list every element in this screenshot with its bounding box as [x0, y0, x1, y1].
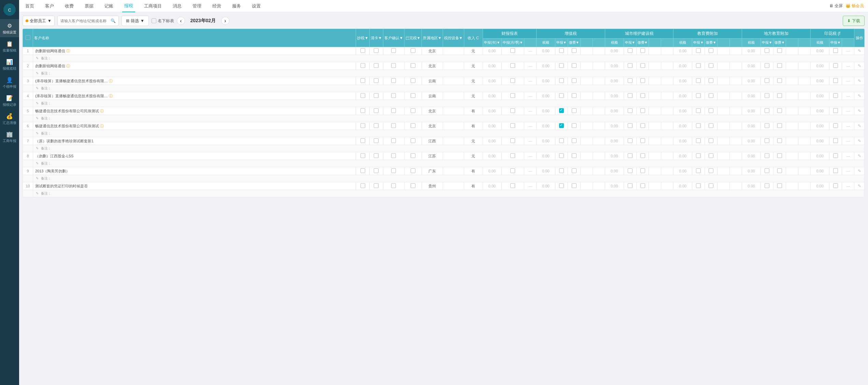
chengshi-jiaofei-cb[interactable]: [636, 47, 649, 55]
difang-shenbao-cb[interactable]: [761, 137, 773, 145]
difang-jiaofei-cb[interactable]: [773, 47, 786, 55]
yiwanshui-cb[interactable]: [404, 152, 422, 160]
chengshi-jiaofei-cb[interactable]: [636, 152, 649, 160]
zengjie-shenbao-cb[interactable]: [555, 62, 568, 70]
nav-jingying[interactable]: 经营: [210, 0, 223, 12]
edit-remark-icon[interactable]: ✎: [36, 161, 39, 165]
chaoshui-cb[interactable]: [356, 47, 370, 55]
caiwu-year-cb[interactable]: [501, 122, 524, 130]
yinhua-shenbao-cb[interactable]: [829, 77, 842, 85]
difang-jiaofei-cb[interactable]: [773, 152, 786, 160]
zengjie-jiaofei-cb[interactable]: [568, 107, 580, 115]
yiwanshui-cb[interactable]: [404, 122, 422, 130]
jiaoyu-jiaofei-cb[interactable]: [705, 152, 717, 160]
zengjie-jiaofei-cb[interactable]: [568, 92, 580, 100]
edit-icon[interactable]: ✎: [858, 124, 861, 128]
jiaoyu-jiaofei-cb[interactable]: [705, 92, 717, 100]
jiaoyu-shenbao-cb[interactable]: [692, 47, 705, 55]
qingka-cb[interactable]: [370, 152, 383, 160]
difang-jiaofei-cb[interactable]: [773, 62, 786, 70]
action-cell[interactable]: ✎: [854, 107, 865, 115]
action-cell[interactable]: ✎: [854, 182, 865, 190]
yinhua-shenbao-cb[interactable]: [829, 62, 842, 70]
prev-month-button[interactable]: ‹: [177, 17, 185, 25]
edit-icon[interactable]: ✎: [858, 63, 861, 68]
jiaoyu-shenbao-cb[interactable]: [692, 122, 705, 130]
chaoshui-cb[interactable]: [356, 137, 370, 145]
jiaoyu-shenbao-cb[interactable]: [692, 92, 705, 100]
sidebar-item-baoshui-shezhi[interactable]: ⚙ 报税设置: [0, 19, 19, 37]
nav-guanli[interactable]: 管理: [190, 0, 203, 12]
caiwu-year-cb[interactable]: [501, 92, 524, 100]
difang-jiaofei-cb[interactable]: [773, 107, 786, 115]
yinhua-shenbao-cb[interactable]: [829, 122, 842, 130]
yiwanshui-cb[interactable]: [404, 167, 422, 175]
yinhua-shenbao-cb[interactable]: [829, 182, 842, 190]
action-cell[interactable]: ✎: [854, 47, 865, 55]
employee-filter-select[interactable]: 全部员工 ▼: [23, 16, 55, 26]
yinhua-shenbao-cb[interactable]: [829, 47, 842, 55]
zengjie-shenbao-cb[interactable]: [555, 137, 568, 145]
zengjie-jiaofei-cb[interactable]: [568, 167, 580, 175]
download-button[interactable]: ⬇ 下载: [843, 16, 865, 26]
select-all-checkbox[interactable]: [26, 35, 30, 40]
jiaoyu-jiaofei-cb[interactable]: [705, 47, 717, 55]
edit-remark-icon[interactable]: ✎: [36, 176, 39, 180]
jiaoyu-shenbao-cb[interactable]: [692, 62, 705, 70]
sidebar-item-gongshangnian[interactable]: 🏢 工商年报: [0, 128, 19, 146]
caiwu-year-cb[interactable]: [501, 137, 524, 145]
filter-button[interactable]: ⊞ 筛选 ▼: [122, 16, 149, 26]
jiaoyu-shenbao-cb[interactable]: [692, 182, 705, 190]
chengshi-shenbao-cb[interactable]: [624, 92, 636, 100]
caiwu-year-cb[interactable]: [501, 182, 524, 190]
difang-jiaofei-cb[interactable]: [773, 77, 786, 85]
chengshi-jiaofei-cb[interactable]: [636, 77, 649, 85]
chaoshui-cb[interactable]: [356, 152, 370, 160]
jiaoyu-jiaofei-cb[interactable]: [705, 182, 717, 190]
chengshi-jiaofei-cb[interactable]: [636, 182, 649, 190]
yiwanshui-cb[interactable]: [404, 62, 422, 70]
edit-icon[interactable]: ✎: [858, 184, 861, 188]
next-month-button[interactable]: ›: [221, 17, 229, 25]
yinhua-shenbao-cb[interactable]: [829, 137, 842, 145]
caiwu-year-cb[interactable]: [501, 167, 524, 175]
sidebar-item-huizong[interactable]: 💰 汇总清缴: [0, 110, 19, 128]
chengshi-shenbao-cb[interactable]: [624, 47, 636, 55]
nav-shoufei[interactable]: 收费: [63, 0, 76, 12]
chengshi-shenbao-cb[interactable]: [624, 137, 636, 145]
chengshi-shenbao-cb[interactable]: [624, 167, 636, 175]
chengshi-shenbao-cb[interactable]: [624, 152, 636, 160]
jiaoyu-jiaofei-cb[interactable]: [705, 122, 717, 130]
caiwu-year-cb[interactable]: [501, 152, 524, 160]
qingka-cb[interactable]: [370, 182, 383, 190]
zengjie-jiaofei-cb[interactable]: [568, 122, 580, 130]
kehu-queren-cb[interactable]: [383, 137, 404, 145]
kehu-queren-cb[interactable]: [383, 152, 404, 160]
edit-remark-icon[interactable]: ✎: [36, 56, 39, 60]
zengjie-shenbao-cb[interactable]: [555, 182, 568, 190]
chengshi-shenbao-cb[interactable]: [624, 122, 636, 130]
chaoshui-cb[interactable]: [356, 167, 370, 175]
difang-shenbao-cb[interactable]: [761, 62, 773, 70]
difang-jiaofei-cb[interactable]: [773, 137, 786, 145]
edit-remark-icon[interactable]: ✎: [36, 131, 39, 135]
zengjie-shenbao-cb[interactable]: [555, 167, 568, 175]
zengjie-jiaofei-cb[interactable]: [568, 77, 580, 85]
named-list-tag[interactable]: 名下标表: [152, 18, 174, 24]
zengjie-jiaofei-cb[interactable]: [568, 152, 580, 160]
caiwu-year-cb[interactable]: [501, 77, 524, 85]
chengshi-jiaofei-cb[interactable]: [636, 107, 649, 115]
zengjie-jiaofei-cb[interactable]: [568, 62, 580, 70]
edit-remark-icon[interactable]: ✎: [36, 101, 39, 105]
qingka-cb[interactable]: [370, 77, 383, 85]
kehu-queren-cb[interactable]: [383, 122, 404, 130]
yiwanshui-cb[interactable]: [404, 182, 422, 190]
jiaoyu-jiaofei-cb[interactable]: [705, 77, 717, 85]
edit-icon[interactable]: ✎: [858, 139, 861, 143]
kehu-queren-cb[interactable]: [383, 62, 404, 70]
kehu-queren-cb[interactable]: [383, 182, 404, 190]
action-cell[interactable]: ✎: [854, 92, 865, 100]
zengjie-shenbao-cb[interactable]: ✓: [555, 122, 568, 130]
nav-home[interactable]: 首页: [23, 0, 36, 12]
chengshi-jiaofei-cb[interactable]: [636, 167, 649, 175]
